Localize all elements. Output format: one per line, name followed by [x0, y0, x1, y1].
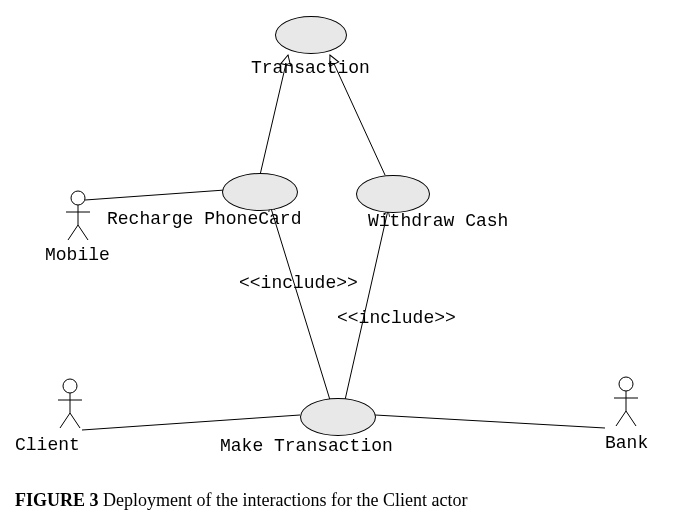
caption-prefix: FIGURE 3 — [15, 490, 99, 510]
label-make: Make Transaction — [220, 436, 393, 456]
assoc-mobile-recharge — [85, 190, 225, 200]
svg-line-4 — [78, 225, 88, 240]
label-client: Client — [15, 435, 80, 455]
svg-line-13 — [616, 411, 626, 426]
usecase-transaction — [275, 16, 347, 54]
include-make-withdraw — [345, 210, 388, 400]
svg-line-9 — [70, 413, 80, 428]
caption-text: Deployment of the interactions for the C… — [103, 490, 467, 510]
actor-bank-figure — [608, 376, 644, 432]
assoc-bank-make — [375, 415, 605, 428]
usecase-withdraw-cash — [356, 175, 430, 213]
actor-client-figure — [52, 378, 88, 434]
svg-line-3 — [68, 225, 78, 240]
svg-point-10 — [619, 377, 633, 391]
svg-line-14 — [626, 411, 636, 426]
label-withdraw: Withdraw Cash — [368, 211, 508, 231]
actor-mobile-figure — [60, 190, 96, 246]
label-bank: Bank — [605, 433, 648, 453]
figure-caption: FIGURE 3 Deployment of the interactions … — [15, 490, 467, 511]
include-make-recharge — [270, 205, 330, 400]
label-mobile: Mobile — [45, 245, 110, 265]
label-transaction: Transaction — [251, 58, 370, 78]
usecase-recharge-phonecard — [222, 173, 298, 211]
svg-line-8 — [60, 413, 70, 428]
label-recharge: Recharge PhoneCard — [107, 209, 301, 229]
svg-point-0 — [71, 191, 85, 205]
uml-use-case-diagram: Transaction Recharge PhoneCard Withdraw … — [0, 0, 694, 522]
stereotype-include-2: <<include>> — [337, 308, 456, 328]
stereotype-include-1: <<include>> — [239, 273, 358, 293]
usecase-make-transaction — [300, 398, 376, 436]
assoc-client-make — [82, 415, 300, 430]
svg-point-5 — [63, 379, 77, 393]
